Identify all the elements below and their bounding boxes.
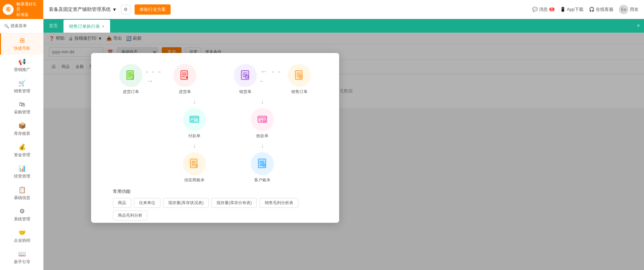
- avatar: Ea: [619, 5, 628, 14]
- customer-account-label: 客户账本: [254, 177, 271, 183]
- sales-order-circle: [288, 64, 311, 87]
- flow-diagram: 进货订单 - - - →: [99, 61, 331, 186]
- flow-node-customer-account: 客户账本: [242, 152, 283, 183]
- sidebar-item-basic-info[interactable]: 📋 基础信息: [0, 183, 43, 204]
- enterprise-icon: 🤝: [18, 229, 26, 236]
- search-icon: 🔍: [4, 24, 9, 29]
- function-buttons: 商品 往来单位 现存量(库存状况表) 现存量(库存分布表) 销售毛利分析表 商品…: [113, 198, 317, 220]
- message-action[interactable]: 💬 消息 5: [532, 6, 555, 13]
- func-btn-stock-status[interactable]: 现存量(库存状况表): [163, 198, 209, 208]
- svg-text:¥: ¥: [192, 119, 194, 122]
- chevron-down-icon: ▼: [112, 7, 117, 12]
- common-functions-section: 常用功能 商品 往来单位 现存量(库存状况表) 现存量(库存分布表) 销售毛利分…: [99, 186, 331, 223]
- tabs-bar: 首页 销售订单执行表 × ×: [43, 19, 644, 33]
- tab-sales-execution[interactable]: 销售订单执行表 ×: [64, 20, 110, 33]
- sidebar-item-system[interactable]: ⚙ 系统管理: [0, 204, 43, 226]
- flow-node-purchase-bill: 进货单: [167, 64, 203, 95]
- online-service-action[interactable]: 🎧 在线客服: [589, 6, 613, 13]
- app-logo: ⑥ 畅康通好生意 标准版: [0, 0, 43, 19]
- payment-bill-circle: ¥: [183, 108, 206, 131]
- search-menu-button[interactable]: 🔍 搜索菜单: [3, 22, 40, 30]
- tab-close-button[interactable]: ×: [102, 24, 104, 29]
- topbar-actions: 💬 消息 5 📱 App下载 🎧 在线客服 Ea 用友: [532, 5, 639, 14]
- sidebar-item-inventory[interactable]: 📦 库存核算: [0, 119, 43, 140]
- common-functions-title: 常用功能: [113, 188, 317, 195]
- sidebar-item-finance[interactable]: 💰 资金管理: [0, 140, 43, 161]
- purchase-icon: 🛍: [19, 101, 25, 108]
- marketing-icon: 📢: [18, 58, 26, 66]
- quick-nav-icon: ⊞: [20, 37, 25, 44]
- download-icon: 📱: [560, 7, 565, 12]
- tab-bar-close-button[interactable]: ×: [633, 23, 644, 29]
- flow-node-sales-order: 销售订单: [281, 64, 317, 95]
- main-area: 装备及固定资产辅助管理系统 ▼ ⚙ 体验行业方案 💬 消息 5 📱 App下载 …: [43, 0, 644, 270]
- customer-account-circle: [251, 152, 274, 175]
- sidebar-item-enterprise[interactable]: 🤝 企业协同: [0, 226, 43, 247]
- system-icon: ⚙: [19, 208, 25, 215]
- arrow-down-rec: ↓: [242, 142, 283, 149]
- sidebar-item-guide[interactable]: 📖 新手引导: [0, 247, 43, 268]
- payment-bill-label: 付款单: [188, 133, 201, 139]
- arrow-down-sb: ↓: [242, 97, 283, 105]
- flow-node-sales-bill: 销货单: [227, 64, 263, 95]
- purchase-bill-circle: [173, 64, 196, 87]
- sidebar: ⑥ 畅康通好生意 标准版 🔍 搜索菜单 ⊞ 快捷导航 📢 营销推广 🛒: [0, 0, 43, 270]
- app-download-action[interactable]: 📱 App下载: [560, 6, 584, 13]
- sidebar-item-sales[interactable]: 🛒 销售管理: [0, 76, 43, 97]
- svg-rect-40: [258, 159, 266, 168]
- sidebar-item-quick-nav[interactable]: ⊞ 快捷导航: [0, 33, 43, 55]
- finance-icon: 💰: [18, 143, 26, 151]
- operations-icon: 📊: [18, 165, 26, 172]
- svg-text:¥: ¥: [260, 119, 262, 122]
- user-action[interactable]: Ea 用友: [619, 5, 639, 14]
- tab-home[interactable]: 首页: [43, 19, 64, 33]
- func-btn-partners[interactable]: 往来单位: [134, 198, 160, 208]
- receipt-bill-circle: ¥: [251, 108, 274, 131]
- guide-icon: 📖: [18, 250, 26, 258]
- flow-modal: 进货订单 - - - →: [91, 53, 339, 223]
- purchase-bill-label: 进货单: [179, 89, 191, 95]
- arrow-down-pb: ↓: [174, 97, 215, 105]
- basic-info-icon: 📋: [18, 186, 26, 194]
- func-btn-stock-dist[interactable]: 现存量(库存分布表): [211, 198, 257, 208]
- flow-row-3: 供应商账本: [99, 149, 331, 186]
- flow-node-payment-bill: ¥ 付款单: [174, 108, 215, 139]
- system-title[interactable]: 装备及固定资产辅助管理系统 ▼: [49, 6, 117, 13]
- arrow-down-pay: ↓: [174, 142, 215, 149]
- logo-icon: ⑥: [3, 4, 14, 15]
- inventory-icon: 📦: [18, 122, 26, 129]
- topbar: 装备及固定资产辅助管理系统 ▼ ⚙ 体验行业方案 💬 消息 5 📱 App下载 …: [43, 0, 644, 19]
- modal-overlay[interactable]: 进货订单 - - - →: [43, 33, 644, 270]
- sales-order-label: 销售订单: [291, 89, 308, 95]
- purchase-order-circle: [119, 64, 142, 87]
- gear-icon: ⚙: [124, 7, 128, 12]
- logo-text: 畅康通好生意 标准版: [16, 2, 40, 18]
- message-icon: 💬: [532, 7, 538, 12]
- sidebar-nav: ⊞ 快捷导航 📢 营销推广 🛒 销售管理 🛍 采购管理 📦 库存核算 💰: [0, 33, 43, 270]
- svg-rect-27: [258, 116, 267, 122]
- supplier-account-label: 供应商账本: [184, 177, 205, 183]
- func-btn-product-margin[interactable]: 商品毛利分析: [113, 211, 147, 220]
- flow-node-supplier-account: 供应商账本: [174, 152, 215, 183]
- content-area: ❓ 帮助 🖨 按模板打印 ▼ 📤 导出 🔄 刷新: [43, 33, 644, 270]
- svg-rect-0: [127, 71, 134, 79]
- headset-icon: 🎧: [589, 7, 594, 12]
- settings-button[interactable]: ⚙: [121, 5, 130, 14]
- message-badge: 5: [549, 7, 555, 11]
- experience-btn[interactable]: 体验行业方案: [135, 4, 171, 15]
- func-btn-sales-margin[interactable]: 销售毛利分析表: [260, 198, 298, 208]
- sales-icon: 🛒: [18, 79, 26, 87]
- receipt-bill-label: 收款单: [256, 133, 268, 139]
- sidebar-item-marketing[interactable]: 📢 营销推广: [0, 55, 43, 76]
- flow-node-purchase-order: 进货订单: [113, 64, 149, 95]
- purchase-order-label: 进货订单: [123, 89, 139, 95]
- supplier-account-circle: [183, 152, 206, 175]
- sidebar-item-operations[interactable]: 📊 经营管理: [0, 161, 43, 183]
- flow-node-receipt-bill: ¥ 收款单: [242, 108, 283, 139]
- flow-row-2: ¥ 付款单: [99, 105, 331, 142]
- sales-bill-label: 销货单: [239, 89, 251, 95]
- sidebar-item-purchase[interactable]: 🛍 采购管理: [0, 97, 43, 119]
- sidebar-search[interactable]: 🔍 搜索菜单: [0, 19, 43, 33]
- func-btn-product[interactable]: 商品: [113, 198, 131, 208]
- sales-bill-circle: [234, 64, 257, 87]
